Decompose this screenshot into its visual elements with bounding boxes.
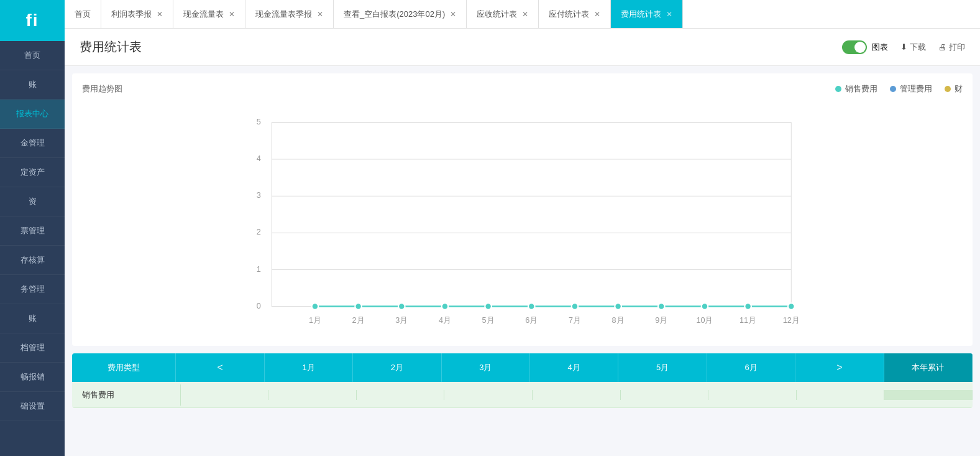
th-month-3: 3月: [442, 353, 530, 382]
svg-text:3: 3: [257, 191, 261, 200]
tab-expense[interactable]: 费用统计表 ✕: [611, 0, 683, 28]
chart-toggle-wrap[interactable]: 图表: [842, 40, 888, 54]
svg-text:7月: 7月: [569, 316, 581, 325]
th-type: 费用类型: [72, 353, 176, 382]
th-nav-prev[interactable]: <: [176, 353, 264, 382]
svg-text:2: 2: [257, 228, 261, 236]
svg-text:1: 1: [257, 265, 261, 274]
sidebar-item-sales[interactable]: 畅报销: [0, 363, 65, 392]
svg-point-25: [312, 303, 319, 310]
svg-text:3月: 3月: [395, 316, 408, 325]
sidebar-item-fund[interactable]: 金管理: [0, 129, 65, 158]
svg-point-36: [788, 303, 795, 310]
svg-text:8月: 8月: [612, 316, 625, 325]
svg-point-34: [702, 303, 708, 310]
svg-point-31: [572, 303, 579, 310]
chart-container: 0 1 2 3 4 5 1月 2月: [82, 100, 963, 336]
chart-toggle[interactable]: [842, 40, 867, 54]
sidebar-item-services[interactable]: 务管理: [0, 275, 65, 304]
th-month-5: 5月: [618, 353, 707, 382]
sidebar-item-inventory[interactable]: 存核算: [0, 246, 65, 275]
svg-point-33: [658, 303, 665, 310]
sidebar-item-home[interactable]: 首页: [0, 41, 65, 70]
sidebar-item-settings[interactable]: 础设置: [0, 392, 65, 421]
legend-item-sales: 销售费用: [835, 83, 877, 95]
td-val-4: [533, 390, 621, 400]
svg-point-29: [485, 303, 492, 310]
th-month-2: 2月: [353, 353, 441, 382]
td-total: [884, 390, 973, 400]
legend-dot-sales: [835, 86, 841, 92]
th-month-1: 1月: [265, 353, 353, 382]
header-actions: 图表 ⬇ 下载 🖨 打印: [842, 40, 965, 54]
sidebar-logo: fi: [0, 0, 65, 41]
tab-cashflow[interactable]: 现金流量表 ✕: [173, 0, 245, 28]
svg-point-35: [744, 303, 751, 310]
svg-text:4月: 4月: [439, 316, 451, 325]
chart-legend: 销售费用 管理费用 财: [835, 83, 963, 95]
legend-label-sales: 销售费用: [845, 83, 877, 95]
td-val-1: [268, 390, 357, 400]
sidebar-item-resources[interactable]: 资: [0, 187, 65, 216]
close-icon[interactable]: ✕: [157, 10, 163, 19]
page-title: 费用统计表: [80, 39, 142, 55]
print-button[interactable]: 🖨 打印: [938, 42, 965, 53]
close-icon[interactable]: ✕: [450, 10, 456, 19]
sidebar-item-archive[interactable]: 档管理: [0, 333, 65, 363]
svg-text:5月: 5月: [482, 316, 495, 325]
svg-point-30: [528, 303, 535, 310]
close-icon[interactable]: ✕: [229, 10, 235, 19]
th-month-6: 6月: [707, 353, 795, 382]
svg-point-32: [615, 303, 621, 310]
sidebar-item-account[interactable]: 账: [0, 70, 65, 100]
td-val-5: [621, 390, 709, 400]
td-placeholder2: [797, 390, 885, 400]
legend-label-finance: 财: [955, 83, 963, 95]
svg-text:10月: 10月: [696, 316, 713, 325]
th-nav-next[interactable]: >: [795, 353, 884, 382]
svg-text:2月: 2月: [352, 316, 365, 325]
sidebar-item-tickets[interactable]: 票管理: [0, 216, 65, 246]
svg-point-28: [442, 303, 449, 310]
nav-next-icon[interactable]: >: [833, 362, 846, 373]
sidebar-item-ledger[interactable]: 账: [0, 304, 65, 333]
chart-title: 费用趋势图: [82, 83, 122, 95]
sidebar-item-reports[interactable]: 报表中心: [0, 100, 65, 129]
th-total: 本年累计: [884, 353, 973, 382]
tab-payable[interactable]: 应付统计表 ✕: [539, 0, 611, 28]
svg-point-27: [398, 303, 405, 310]
svg-text:0: 0: [257, 302, 261, 310]
svg-text:6月: 6月: [525, 316, 538, 325]
page-content: 费用统计表 图表 ⬇ 下载 🖨 打印 费用趋势图: [65, 29, 980, 456]
legend-item-finance: 财: [945, 83, 963, 95]
svg-text:1月: 1月: [309, 316, 321, 325]
close-icon[interactable]: ✕: [666, 10, 672, 19]
download-button[interactable]: ⬇ 下载: [900, 42, 926, 53]
chart-header: 费用趋势图 销售费用 管理费用 财: [82, 83, 963, 95]
sidebar-item-assets[interactable]: 定资产: [0, 158, 65, 187]
chart-svg: 0 1 2 3 4 5 1月 2月: [82, 100, 963, 336]
print-icon: 🖨: [938, 42, 946, 52]
close-icon[interactable]: ✕: [317, 10, 323, 19]
nav-prev-icon[interactable]: <: [213, 362, 226, 373]
table-row: 销售费用: [72, 382, 973, 408]
tab-profit-quarter[interactable]: 利润表季报 ✕: [101, 0, 173, 28]
tab-view-blank[interactable]: 查看_空白报表(2023年02月) ✕: [334, 0, 467, 28]
table-header-row: 费用类型 < 1月 2月 3月 4月 5月: [72, 353, 973, 382]
chart-section: 费用趋势图 销售费用 管理费用 财: [72, 73, 973, 346]
sidebar: fi 首页 账 报表中心 金管理 定资产 资 票管理 存核算 务管理 账 档管理…: [0, 0, 65, 456]
svg-text:9月: 9月: [655, 316, 667, 325]
td-placeholder: [181, 390, 269, 400]
legend-dot-management: [890, 86, 896, 92]
close-icon[interactable]: ✕: [522, 10, 528, 19]
page-header: 费用统计表 图表 ⬇ 下载 🖨 打印: [65, 29, 980, 66]
td-val-3: [444, 390, 533, 400]
data-table-section: 费用类型 < 1月 2月 3月 4月 5月: [72, 353, 973, 408]
legend-dot-finance: [945, 86, 951, 92]
tab-home[interactable]: 首页: [65, 0, 101, 28]
th-month-4: 4月: [530, 353, 618, 382]
tab-cashflow-quarter[interactable]: 现金流量表季报 ✕: [245, 0, 334, 28]
tab-receivable[interactable]: 应收统计表 ✕: [467, 0, 539, 28]
close-icon[interactable]: ✕: [594, 10, 600, 19]
svg-text:12月: 12月: [783, 316, 800, 325]
